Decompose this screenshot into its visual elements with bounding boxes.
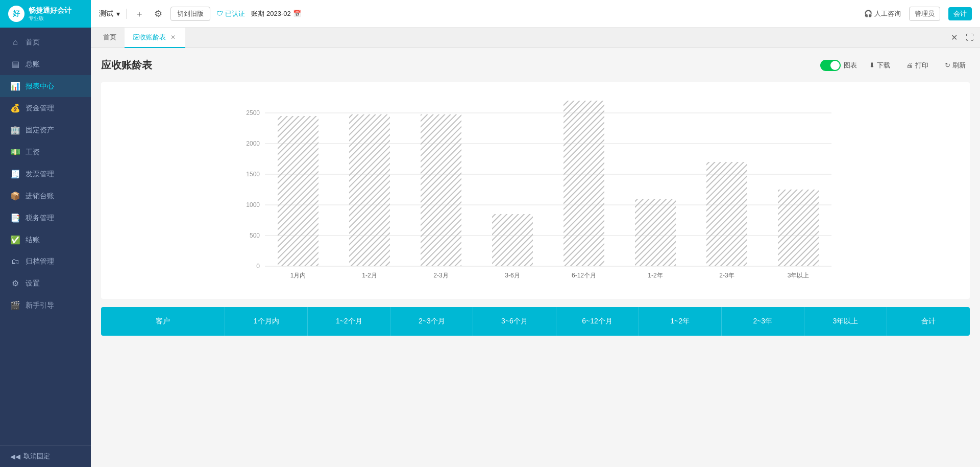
sidebar-item-capital[interactable]: 💰 资金管理 — [0, 97, 91, 119]
sales-icon: 📦 — [10, 191, 20, 201]
col-header-total: 合计 — [887, 307, 970, 336]
sidebar-item-settle[interactable]: ✅ 结账 — [0, 229, 91, 251]
tab-aging-label: 应收账龄表 — [133, 33, 166, 42]
col-header-1-2y: 1~2年 — [639, 307, 722, 336]
sidebar: 好 畅捷通好会计 专业版 ⌂ 首页 ▤ 总账 📊 报表中心 💰 资金管理 🏢 固… — [0, 0, 91, 467]
tabs-bar-right: ✕ ⛶ — [949, 31, 976, 44]
salary-icon: 💵 — [10, 147, 20, 157]
app-logo-icon: 好 — [8, 6, 24, 22]
guide-icon: 🎬 — [10, 300, 20, 310]
sidebar-item-home[interactable]: ⌂ 首页 — [0, 32, 91, 53]
svg-text:2000: 2000 — [246, 140, 260, 147]
header-divider-1 — [126, 9, 127, 19]
capital-icon: 💰 — [10, 103, 20, 113]
print-icon: 🖨 — [906, 61, 913, 69]
tab-home[interactable]: 首页 — [95, 28, 125, 48]
table-header: 客户 1个月内 1~2个月 2~3个月 3~6个月 6~12个月 1~2年 2~… — [101, 307, 970, 336]
sidebar-label-home: 首页 — [26, 38, 40, 47]
tab-aging-close[interactable]: ✕ — [169, 33, 177, 41]
tabs-bar: 首页 应收账龄表 ✕ ✕ ⛶ — [91, 28, 980, 48]
page-title: 应收账龄表 — [101, 58, 152, 72]
bar-chart: 0 500 1000 1500 2000 2500 1月内 — [111, 92, 960, 287]
bar-6-12月 — [564, 101, 604, 266]
svg-text:3-6月: 3-6月 — [505, 272, 520, 279]
archive-icon: 🗂 — [10, 257, 20, 266]
ledger-icon: ▤ — [10, 59, 20, 69]
col-header-customer: 客户 — [101, 307, 225, 336]
sidebar-label-salary: 工资 — [26, 148, 40, 157]
consult-button[interactable]: 🎧 人工咨询 — [864, 9, 901, 18]
assets-icon: 🏢 — [10, 125, 20, 135]
user-button[interactable]: 管理员 — [909, 7, 940, 21]
sidebar-item-tax[interactable]: 📑 税务管理 — [0, 207, 91, 229]
sidebar-item-guide[interactable]: 🎬 新手引导 — [0, 294, 91, 316]
bar-1-2月 — [349, 114, 390, 266]
role-button[interactable]: 会计 — [948, 7, 972, 20]
project-selector[interactable]: 测试 ▾ — [99, 9, 120, 18]
sidebar-label-tax: 税务管理 — [26, 214, 54, 223]
bar-2-3年 — [706, 162, 747, 266]
svg-text:2-3年: 2-3年 — [719, 272, 734, 279]
sidebar-item-invoice[interactable]: 🧾 发票管理 — [0, 163, 91, 185]
cancel-fixed-btn[interactable]: ◀◀ 取消固定 — [0, 445, 91, 467]
col-header-2-3m: 2~3个月 — [390, 307, 473, 336]
svg-text:1月内: 1月内 — [290, 272, 306, 279]
download-button[interactable]: ⬇ 下载 — [865, 59, 894, 72]
sidebar-label-reports: 报表中心 — [26, 82, 54, 91]
col-header-1m: 1个月内 — [225, 307, 308, 336]
add-button[interactable]: ＋ — [133, 6, 146, 22]
app-edition: 专业版 — [29, 15, 71, 22]
svg-text:3年以上: 3年以上 — [788, 272, 810, 279]
top-header: 测试 ▾ ＋ ⚙ 切到旧版 🛡 已认证 账期 2023-02 📅 🎧 人工咨询 … — [91, 0, 980, 28]
chart-toggle-label: 图表 — [844, 61, 857, 70]
tab-home-label: 首页 — [103, 33, 116, 42]
period-display: 账期 2023-02 📅 — [251, 9, 301, 18]
sidebar-label-assets: 固定资产 — [26, 126, 54, 135]
certified-text: 已认证 — [225, 9, 245, 18]
svg-text:500: 500 — [250, 232, 260, 239]
bar-1-2年 — [635, 199, 676, 266]
col-header-1-2m: 1~2个月 — [308, 307, 390, 336]
sidebar-item-settings[interactable]: ⚙ 设置 — [0, 272, 91, 294]
bar-3-6月 — [492, 214, 533, 266]
download-icon: ⬇ — [869, 61, 875, 69]
calendar-icon: 📅 — [293, 10, 301, 17]
sidebar-item-archive[interactable]: 🗂 归档管理 — [0, 251, 91, 272]
close-tab-button[interactable]: ✕ — [949, 31, 960, 44]
chart-toggle[interactable] — [820, 60, 841, 71]
sidebar-item-salary[interactable]: 💵 工资 — [0, 141, 91, 163]
certified-badge: 🛡 已认证 — [216, 9, 245, 18]
page-actions: 图表 ⬇ 下载 🖨 打印 ↻ 刷新 — [820, 59, 970, 72]
unpin-icon: ◀◀ — [10, 453, 20, 460]
svg-text:2-3月: 2-3月 — [433, 272, 448, 279]
settings-gear-button[interactable]: ⚙ — [152, 6, 164, 21]
sidebar-label-sales: 进销台账 — [26, 192, 54, 201]
svg-text:6-12个月: 6-12个月 — [572, 272, 596, 279]
headset-icon: 🎧 — [864, 10, 872, 17]
table-container: 客户 1个月内 1~2个月 2~3个月 3~6个月 6~12个月 1~2年 2~… — [101, 307, 970, 336]
refresh-label: 刷新 — [952, 61, 966, 70]
tab-aging[interactable]: 应收账龄表 ✕ — [125, 28, 185, 48]
switch-version-button[interactable]: 切到旧版 — [170, 7, 210, 21]
header-right: 🎧 人工咨询 管理员 会计 — [864, 7, 972, 21]
chart-container: 0 500 1000 1500 2000 2500 1月内 — [101, 82, 970, 299]
sidebar-item-sales[interactable]: 📦 进销台账 — [0, 185, 91, 207]
sidebar-item-reports[interactable]: 📊 报表中心 — [0, 75, 91, 97]
col-header-3-6m: 3~6个月 — [473, 307, 556, 336]
sidebar-item-assets[interactable]: 🏢 固定资产 — [0, 119, 91, 141]
expand-tab-button[interactable]: ⛶ — [964, 31, 976, 44]
svg-text:1-2月: 1-2月 — [362, 272, 377, 279]
svg-text:1-2年: 1-2年 — [648, 272, 663, 279]
period-value: 2023-02 — [266, 10, 291, 17]
sidebar-label-archive: 归档管理 — [26, 257, 54, 266]
col-header-3y: 3年以上 — [804, 307, 887, 336]
sidebar-logo: 好 畅捷通好会计 专业版 — [0, 0, 91, 28]
print-button[interactable]: 🖨 打印 — [902, 59, 933, 72]
sidebar-label-capital: 资金管理 — [26, 104, 54, 113]
refresh-button[interactable]: ↻ 刷新 — [941, 59, 970, 72]
svg-text:1500: 1500 — [246, 171, 260, 178]
consult-label: 人工咨询 — [874, 9, 901, 18]
settings-icon: ⚙ — [10, 278, 20, 288]
page-container: 应收账龄表 图表 ⬇ 下载 🖨 打印 ↻ — [91, 48, 980, 467]
sidebar-item-ledger[interactable]: ▤ 总账 — [0, 53, 91, 75]
